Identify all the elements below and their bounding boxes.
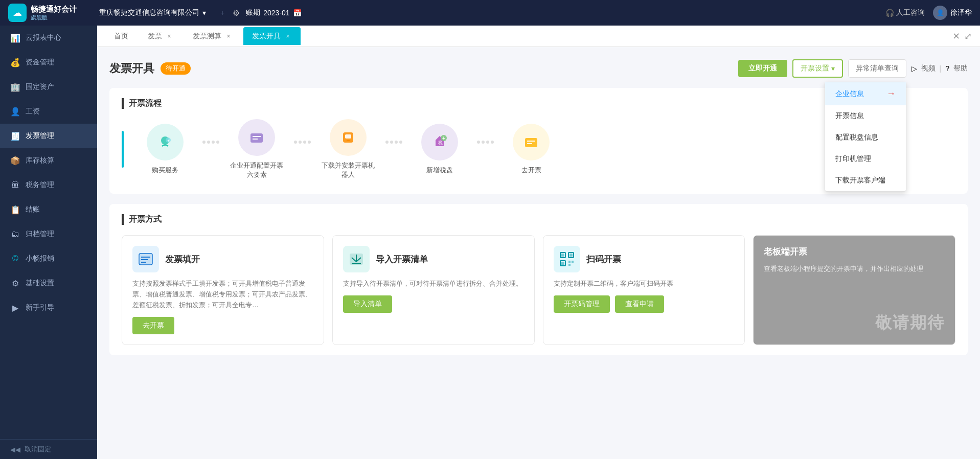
connector4 xyxy=(477,141,494,158)
boss-header: 老板端开票 xyxy=(764,246,945,258)
app-name: 畅捷通好会计 xyxy=(31,5,77,14)
tab-cesuan-label: 发票测算 xyxy=(193,32,221,41)
separator: | xyxy=(940,64,942,73)
company-selector[interactable]: 重庆畅捷交通信息咨询有限公司 ▾ xyxy=(93,5,212,20)
tab-bar: 首页 发票 × 发票测算 × 发票开具 × ✕ ⤢ xyxy=(97,26,980,47)
fill-title: 发票填开 xyxy=(165,254,200,265)
fapiao-icon: 🧾 xyxy=(10,131,20,141)
status-badge: 待开通 xyxy=(161,62,191,75)
gongzi-icon: 👤 xyxy=(10,106,20,117)
sidebar-item-gongzi[interactable]: 👤 工资 xyxy=(0,99,97,124)
guidang-icon: 🗂 xyxy=(10,229,20,239)
sidebar-scroll: 📊 云报表中心 💰 资金管理 🏢 固定资产 👤 工资 🧾 发票管理 xyxy=(0,26,97,439)
step2-icon xyxy=(238,119,275,156)
page-title: 发票开具 xyxy=(109,61,154,76)
tab-fapiao-cesuan[interactable]: 发票测算 × xyxy=(184,27,241,45)
svg-rect-28 xyxy=(569,254,573,257)
sidebar-item-label: 库存核算 xyxy=(26,156,54,165)
connector1 xyxy=(202,141,219,158)
sidebar-item-label: 结账 xyxy=(26,205,40,214)
svg-rect-13 xyxy=(525,138,537,147)
sidebar-item-gudingzichan[interactable]: 🏢 固定资产 xyxy=(0,75,97,99)
jiezhang-icon: 📋 xyxy=(10,204,20,215)
help-area: ▷ 视频 | ? 帮助 xyxy=(911,64,968,73)
calendar-icon[interactable]: 📅 xyxy=(293,9,302,17)
abnormal-list-button[interactable]: 异常清单查询 xyxy=(848,59,906,78)
sidebar-item-label: 发票管理 xyxy=(26,131,54,141)
billing-methods-title: 开票方式 xyxy=(122,214,955,225)
fill-btn[interactable]: 去开票 xyxy=(132,317,174,334)
settings-dropdown-button[interactable]: 开票设置 ▾ xyxy=(792,59,843,78)
scan-btn2[interactable]: 查看申请 xyxy=(615,295,664,313)
flow-accent-line xyxy=(122,131,124,168)
tab-cesuan-close[interactable]: × xyxy=(224,32,233,40)
sidebar-item-jichushezhi[interactable]: ⚙ 基础设置 xyxy=(0,271,97,295)
dropdown-qiye-label: 企业信息 xyxy=(835,89,864,99)
settings-dropdown-menu: 企业信息 → 开票信息 配置税盘信息 打印机管理 xyxy=(825,82,906,192)
user-name: 徐泽华 xyxy=(950,8,972,17)
xiaochang-icon: © xyxy=(10,254,20,264)
consulting-btn[interactable]: 🎧 人工咨询 xyxy=(885,8,925,17)
step3-icon xyxy=(330,119,367,156)
dropdown-dayinji[interactable]: 打印机管理 xyxy=(825,148,906,170)
jichushezhi-icon: ⚙ xyxy=(10,278,20,288)
process-step-2: 企业开通配置开票六要素 xyxy=(223,119,290,179)
sidebar-item-zijin[interactable]: 💰 资金管理 xyxy=(0,50,97,75)
sidebar-item-label: 基础设置 xyxy=(26,279,54,288)
sidebar-item-shuiwu[interactable]: 🏛 税务管理 xyxy=(0,173,97,197)
help-label[interactable]: 帮助 xyxy=(953,64,968,73)
sidebar-item-xinshouyindao[interactable]: ▶ 新手引导 xyxy=(0,295,97,320)
connector2 xyxy=(294,141,311,158)
video-label[interactable]: 视频 xyxy=(921,64,936,73)
period-label: 账期 xyxy=(246,8,260,17)
fill-icon xyxy=(132,246,159,272)
sidebar-item-jiezhang[interactable]: 📋 结账 xyxy=(0,197,97,222)
svg-text:+: + xyxy=(167,139,170,143)
arrow-icon: → xyxy=(886,88,896,99)
sidebar-item-label: 云报表中心 xyxy=(26,33,61,42)
step4-label: 新增税盘 xyxy=(426,166,453,175)
sidebar-item-label: 工资 xyxy=(26,107,40,116)
tab-fapiao[interactable]: 发票 × xyxy=(139,27,182,45)
dropdown-kaipiao[interactable]: 开票信息 xyxy=(825,105,906,127)
tab-fapiao-close[interactable]: × xyxy=(165,32,173,40)
import-header: 导入开票清单 xyxy=(343,246,524,272)
user-info[interactable]: 👤 徐泽华 xyxy=(933,6,972,20)
expand-icon[interactable]: ⤢ xyxy=(964,31,972,42)
dropdown-xiazai-label: 下载开票客户端 xyxy=(835,176,885,185)
dropdown-dayinji-label: 打印机管理 xyxy=(835,154,871,164)
sidebar-item-guidang[interactable]: 🗂 归档管理 xyxy=(0,222,97,246)
sidebar-item-xiaochang[interactable]: © 小畅报销 xyxy=(0,246,97,271)
dropdown-qiye[interactable]: 企业信息 → xyxy=(825,82,906,105)
boss-title: 老板端开票 xyxy=(764,246,807,258)
dropdown-xiazai[interactable]: 下载开票客户端 xyxy=(825,170,906,191)
sidebar-item-label: 固定资产 xyxy=(26,82,54,91)
tab-home-label: 首页 xyxy=(114,32,128,41)
tab-fapiao-kaiju[interactable]: 发票开具 × xyxy=(243,27,301,45)
tab-kaiju-close[interactable]: × xyxy=(284,32,292,40)
close-window-icon[interactable]: ✕ xyxy=(952,31,960,42)
import-btn[interactable]: 导入清单 xyxy=(343,295,392,313)
settings-icon[interactable]: ⚙ xyxy=(233,8,240,18)
divider1: + xyxy=(220,9,224,17)
sidebar-item-kucun[interactable]: 📦 库存核算 xyxy=(0,148,97,173)
xinshouyindao-icon: ▶ xyxy=(10,303,20,313)
import-desc: 支持导入待开票清单，可对待开票清单进行拆分、合并处理。 xyxy=(343,279,524,289)
scan-btn1[interactable]: 开票码管理 xyxy=(554,295,610,313)
tab-home[interactable]: 首页 xyxy=(105,27,137,45)
sidebar: 📊 云报表中心 💰 资金管理 🏢 固定资产 👤 工资 🧾 发票管理 xyxy=(0,26,97,459)
page-title-area: 发票开具 待开通 xyxy=(109,61,191,76)
logo-icon: ☁ xyxy=(8,4,27,22)
logo-text-area: 畅捷通好会计 旗舰版 xyxy=(31,5,77,21)
sidebar-item-label: 新手引导 xyxy=(26,303,54,312)
dropdown-kaipiao-label: 开票信息 xyxy=(835,111,864,121)
sidebar-item-fapiao[interactable]: 🧾 发票管理 xyxy=(0,124,97,148)
activate-button[interactable]: 立即开通 xyxy=(738,60,787,77)
sidebar-pin-toggle[interactable]: ◀◀ 取消固定 xyxy=(0,439,97,459)
dropdown-peizhi[interactable]: 配置税盘信息 xyxy=(825,127,906,148)
sidebar-item-yunbao[interactable]: 📊 云报表中心 xyxy=(0,26,97,50)
settings-btn-label: 开票设置 xyxy=(801,64,829,73)
process-step-5: 去开票 xyxy=(498,124,564,175)
import-title: 导入开票清单 xyxy=(376,254,428,265)
consulting-label: 人工咨询 xyxy=(896,8,925,17)
